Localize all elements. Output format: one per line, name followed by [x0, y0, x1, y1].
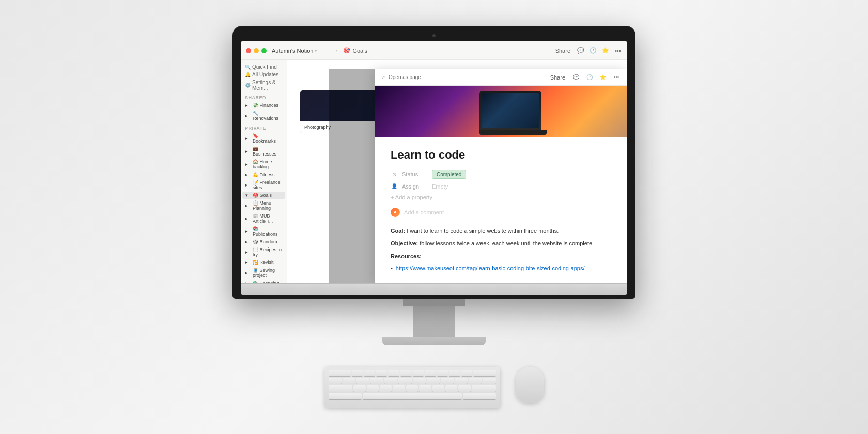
nav-arrows: ← →	[320, 46, 340, 55]
key	[329, 378, 342, 384]
comment-icon[interactable]: 💬	[577, 47, 585, 55]
history-icon[interactable]: 🕐	[589, 47, 597, 55]
imac-chin	[241, 283, 627, 295]
assign-label: Assign	[402, 183, 428, 190]
peek-comment-icon[interactable]: 💬	[571, 73, 581, 82]
breadcrumb-label[interactable]: Goals	[352, 48, 367, 54]
objective-text: follow lessons twice a week, each week u…	[420, 240, 594, 246]
key-row-3	[329, 385, 496, 392]
camera	[432, 34, 436, 37]
sidebar-item-businesses[interactable]: ▸ 💼 Businesses	[242, 145, 285, 158]
key	[329, 385, 353, 392]
traffic-lights	[246, 48, 267, 53]
minimize-button[interactable]	[254, 48, 259, 53]
sidebar-item-bookmarks[interactable]: ▸ 🔖 Bookmarks	[242, 132, 285, 145]
sidebar-item-settings[interactable]: ⚙️ Settings & Mem...	[241, 79, 287, 92]
key	[461, 370, 473, 376]
key-row-1	[329, 370, 496, 376]
key	[380, 385, 392, 392]
workspace-name[interactable]: Autumn's Notion ▾	[272, 48, 317, 54]
resources-label: Resources:	[391, 253, 422, 259]
key-row-4	[329, 393, 496, 399]
sidebar-item-goals[interactable]: ▾ 🎯 Goals	[242, 192, 285, 199]
titlebar-left: Autumn's Notion ▾ ← → 🎯 Goals	[272, 46, 553, 55]
peek-history-icon[interactable]: 🕐	[585, 73, 594, 82]
peek-header-left: ↗ Open as page	[381, 74, 421, 80]
goal-text: I want to learn to code a simple website…	[407, 228, 559, 234]
resource-link[interactable]: https://www.makeuseof.com/tag/learn-basi…	[396, 264, 585, 273]
comment-input[interactable]: Add a comment...	[404, 209, 448, 215]
key	[445, 385, 457, 392]
page-body: Goal: I want to learn to code a simple w…	[391, 226, 612, 273]
key	[367, 385, 379, 392]
key	[472, 385, 496, 392]
favorite-icon[interactable]: ⭐	[601, 47, 610, 55]
status-badge[interactable]: Completed	[432, 170, 466, 179]
sidebar-item-publications[interactable]: ▸ 📚 Publications	[242, 225, 285, 238]
key	[357, 378, 369, 384]
nav-forward-button[interactable]: →	[331, 46, 340, 55]
notion-titlebar: Autumn's Notion ▾ ← → 🎯 Goals	[241, 41, 627, 60]
sidebar-item-fitness[interactable]: ▸ 💪 Fitness	[242, 171, 285, 178]
goal-label: Goal:	[391, 228, 405, 234]
maximize-button[interactable]	[261, 48, 267, 53]
renovations-icon: ▸	[245, 113, 251, 118]
peek-header-right: Share 💬 🕐 ⭐ •••	[548, 73, 621, 82]
key	[376, 370, 388, 376]
key	[463, 393, 496, 399]
sidebar-item-shopping[interactable]: ▸ 🛍️ Shopping	[242, 280, 285, 283]
peripheral-row	[324, 367, 544, 408]
sidebar-item-revisit[interactable]: ▸ 🔁 Revisit	[242, 259, 285, 266]
key	[364, 370, 375, 376]
key	[437, 370, 448, 376]
peek-body[interactable]: Learn to code ⊙ Status Completed	[375, 86, 627, 283]
sidebar-item-mud-article[interactable]: ▸ 📰 MUD Article T...	[242, 212, 285, 225]
key	[413, 370, 424, 376]
key	[449, 370, 460, 376]
assign-property-row: 👤 Assign Empty	[391, 183, 612, 190]
share-button[interactable]: Share	[553, 47, 572, 55]
search-icon: 🔍	[245, 65, 250, 70]
add-property-button[interactable]: + Add a property	[391, 194, 612, 200]
peek-more-icon[interactable]: •••	[612, 73, 621, 82]
status-label: Status	[402, 171, 428, 177]
page-title: Learn to code	[391, 148, 612, 163]
imac-stand-base	[382, 337, 486, 345]
sidebar-item-finances[interactable]: ▸ 💸 Finances	[242, 102, 285, 109]
key	[352, 370, 363, 376]
sidebar-item-sewing[interactable]: ▸ 🧵 Sewing project	[242, 267, 285, 279]
open-as-page-button[interactable]: Open as page	[389, 74, 421, 80]
imac-wrapper: Autumn's Notion ▾ ← → 🎯 Goals	[233, 26, 636, 408]
peek-share-button[interactable]: Share	[548, 73, 567, 82]
comment-area: A Add a comment...	[391, 206, 612, 219]
sidebar-item-home-backlog[interactable]: ▸ 🏠 Home backlog	[242, 158, 285, 171]
key	[406, 385, 418, 392]
sidebar-item-renovations[interactable]: ▸ 🔧 Renovations	[242, 110, 285, 122]
keyboard	[324, 367, 500, 408]
assign-icon: 👤	[391, 183, 398, 190]
sidebar: 🔍 Quick Find 🔔 All Updates ⚙️ Settings &…	[241, 60, 287, 283]
imac-screen-shell: Autumn's Notion ▾ ← → 🎯 Goals	[233, 26, 636, 299]
titlebar-right: Share 💬 🕐 ⭐ •••	[553, 47, 622, 55]
assign-value[interactable]: Empty	[432, 183, 448, 190]
close-button[interactable]	[246, 48, 251, 53]
nav-back-button[interactable]: ←	[320, 46, 330, 55]
sidebar-item-menu-planning[interactable]: ▸ 📋 Menu Planning	[242, 199, 285, 212]
more-icon[interactable]: •••	[614, 47, 622, 55]
cover-image	[375, 86, 627, 137]
sidebar-item-recipes[interactable]: ▸ 🍽️ Recipes to try	[242, 246, 285, 258]
sidebar-item-quick-find[interactable]: 🔍 Quick Find	[241, 63, 287, 71]
sidebar-item-all-updates[interactable]: 🔔 All Updates	[241, 71, 287, 79]
notion-body: 🔍 Quick Find 🔔 All Updates ⚙️ Settings &…	[241, 60, 627, 283]
key	[384, 378, 397, 384]
sidebar-item-random[interactable]: ▸ 🎲 Random	[242, 238, 285, 245]
camera-bar	[241, 34, 627, 37]
key	[343, 378, 355, 384]
peek-star-icon[interactable]: ⭐	[598, 73, 608, 82]
sidebar-item-freelance[interactable]: ▸ 📝 Freelance sites	[242, 179, 285, 191]
resource-item: • https://www.makeuseof.com/tag/learn-ba…	[391, 264, 612, 273]
key	[427, 378, 440, 384]
key	[425, 370, 436, 376]
peek-overlay[interactable]: ↗ Open as page Share 💬 🕐 ⭐ •••	[329, 69, 627, 283]
status-icon: ⊙	[391, 171, 398, 178]
